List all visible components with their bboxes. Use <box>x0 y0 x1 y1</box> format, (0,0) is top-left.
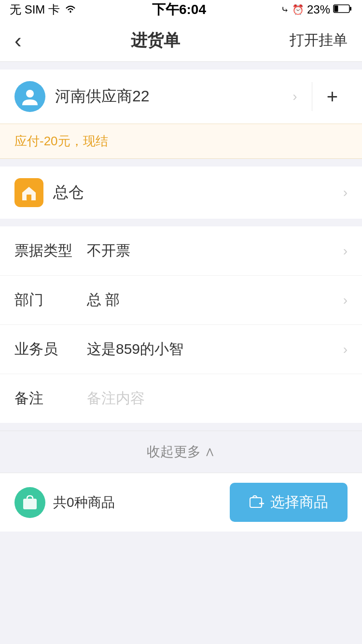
battery-text: 23% <box>307 3 330 16</box>
supplier-section: 河南供应商22 › + 应付-20元，现结 <box>0 70 362 159</box>
form-row-invoice[interactable]: 票据类型 不开票 › <box>0 226 362 276</box>
form-row-department[interactable]: 部门 总 部 › <box>0 276 362 325</box>
svg-rect-3 <box>350 7 351 11</box>
collapse-bar[interactable]: 收起更多 ∧ <box>0 431 362 473</box>
add-supplier-button[interactable]: + <box>317 86 348 108</box>
location-icon: ⤷ <box>281 4 289 15</box>
remark-label: 备注 <box>14 389 72 408</box>
status-bar: 无 SIM 卡 下午6:04 ⤷ ⏰ 23% <box>0 0 362 19</box>
svg-point-0 <box>70 11 71 13</box>
invoice-label: 票据类型 <box>14 241 72 261</box>
warehouse-section: 总仓 › <box>0 167 362 219</box>
nav-bar: ‹ 进货单 打开挂单 <box>0 19 362 62</box>
department-value: 总 部 <box>87 290 338 310</box>
svg-point-4 <box>26 90 34 98</box>
notice-banner: 应付-20元，现结 <box>0 124 362 159</box>
form-section: 票据类型 不开票 › 部门 总 部 › 业务员 这是859的小智 › 备注 备注… <box>0 226 362 423</box>
select-product-button[interactable]: 选择商品 <box>230 483 348 522</box>
svg-rect-5 <box>27 195 31 200</box>
department-label: 部门 <box>14 290 72 310</box>
gray-fill <box>0 532 362 644</box>
status-right: ⤷ ⏰ 23% <box>281 3 352 16</box>
product-icon <box>14 487 45 518</box>
supplier-avatar <box>14 81 45 112</box>
supplier-row: 河南供应商22 › + <box>0 70 362 124</box>
page-title: 进货单 <box>131 29 180 52</box>
salesperson-label: 业务员 <box>14 339 72 359</box>
supplier-main[interactable]: 河南供应商22 <box>14 81 292 112</box>
form-row-remark[interactable]: 备注 备注内容 <box>0 374 362 423</box>
salesperson-arrow-icon: › <box>343 342 348 357</box>
supplier-divider <box>312 82 312 111</box>
warehouse-arrow-icon: › <box>343 185 348 200</box>
product-count-text: 共0种商品 <box>53 493 115 512</box>
form-row-salesperson[interactable]: 业务员 这是859的小智 › <box>0 325 362 374</box>
product-count-area: 共0种商品 <box>14 487 220 518</box>
wifi-icon <box>64 3 77 16</box>
alarm-icon: ⏰ <box>292 4 304 15</box>
warehouse-name: 总仓 <box>53 182 343 203</box>
salesperson-value: 这是859的小智 <box>87 339 338 359</box>
invoice-arrow-icon: › <box>343 243 348 259</box>
select-product-label: 选择商品 <box>270 492 328 512</box>
status-time: 下午6:04 <box>152 0 206 19</box>
department-arrow-icon: › <box>343 293 348 308</box>
supplier-name: 河南供应商22 <box>55 86 150 107</box>
notice-text: 应付-20元，现结 <box>14 134 108 148</box>
carrier-text: 无 SIM 卡 <box>10 2 60 17</box>
svg-rect-2 <box>334 6 338 12</box>
back-button[interactable]: ‹ <box>14 28 22 53</box>
supplier-arrow-icon: › <box>292 89 297 104</box>
warehouse-icon <box>14 178 43 207</box>
svg-rect-7 <box>250 498 262 507</box>
bottom-bar: 共0种商品 选择商品 <box>0 473 362 532</box>
collapse-label: 收起更多 ∧ <box>147 444 216 459</box>
battery-icon <box>333 3 352 16</box>
warehouse-row[interactable]: 总仓 › <box>0 167 362 219</box>
remark-input[interactable]: 备注内容 <box>87 389 348 408</box>
status-left: 无 SIM 卡 <box>10 2 77 17</box>
open-pending-button[interactable]: 打开挂单 <box>290 30 348 50</box>
svg-rect-6 <box>23 499 37 509</box>
invoice-value: 不开票 <box>87 241 338 261</box>
